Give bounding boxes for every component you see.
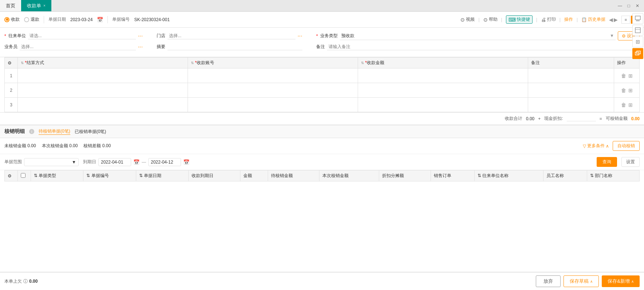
maximize-button[interactable]: □ xyxy=(626,3,632,9)
date-from-input[interactable] xyxy=(98,158,131,166)
action-help[interactable]: ⊙ 帮助 xyxy=(483,16,498,23)
save-new-chevron-icon: ∧ xyxy=(631,279,634,283)
section-title: 核销明细 xyxy=(4,128,25,135)
row3-account[interactable] xyxy=(188,98,358,112)
row2-settlement[interactable] xyxy=(18,83,188,98)
section-info-icon[interactable]: i xyxy=(29,129,34,134)
action-video[interactable]: ⊙ 视频 xyxy=(460,16,475,23)
sidebar-btn-1[interactable] xyxy=(632,13,643,24)
store-more-icon[interactable]: ··· xyxy=(298,33,302,39)
row3-delete-icon[interactable]: 🗑 xyxy=(621,102,626,108)
radio-receipt[interactable]: 收款 xyxy=(4,16,20,23)
action-print-label: 打印 xyxy=(547,16,556,23)
view-list-btn[interactable]: ≡ xyxy=(621,16,630,24)
action-operations[interactable]: 操作 xyxy=(564,16,573,23)
range-select[interactable]: ▼ xyxy=(24,158,79,166)
select-all-checkbox[interactable] xyxy=(21,173,25,178)
date-from-calendar-icon[interactable]: 📅 xyxy=(133,159,140,165)
right-sidebar xyxy=(631,12,644,60)
row2-copy-icon[interactable]: ⊞ xyxy=(628,87,633,93)
row1-settlement[interactable] xyxy=(18,68,188,83)
pending-tab-link[interactable]: 待核销单据(0笔) xyxy=(39,128,70,135)
print-icon: 🖨 xyxy=(541,17,546,23)
net-label: 可核销金额 xyxy=(606,115,628,122)
diff-stat: 核销差额 0.00 xyxy=(83,143,111,149)
close-button[interactable]: ✕ xyxy=(635,3,640,9)
row1-copy-icon[interactable]: ⊞ xyxy=(628,73,633,79)
nav-next-icon[interactable]: ▶ xyxy=(614,17,618,23)
radio-refund[interactable]: 退款 xyxy=(24,16,39,23)
discount-input[interactable] xyxy=(567,116,596,121)
date-to-calendar-icon[interactable]: 📅 xyxy=(183,159,189,165)
tab-receipt-close[interactable]: × xyxy=(43,4,46,8)
row2-account[interactable] xyxy=(188,83,358,98)
counterpart-input[interactable] xyxy=(28,32,136,39)
row3-amount[interactable] xyxy=(358,98,528,112)
save-new-button[interactable]: 保存&新增 ∧ xyxy=(602,275,640,287)
footer-stat-label: 本单上欠 xyxy=(4,278,22,285)
tab-home[interactable]: 首页 xyxy=(0,0,21,11)
summary-input[interactable] xyxy=(168,43,302,50)
btcol-checkbox-header[interactable] xyxy=(18,171,31,181)
remark-input[interactable] xyxy=(327,43,640,50)
date-value: 2023-03-24 xyxy=(70,17,93,22)
date-to-input[interactable] xyxy=(148,158,181,166)
btcol-gear-header[interactable]: ⚙ xyxy=(5,171,18,181)
completed-tab-link[interactable]: 已核销单据(0笔) xyxy=(75,129,106,135)
store-field: 门店 ··· xyxy=(157,32,302,39)
business-type-select[interactable]: 预收款 ▼ xyxy=(340,32,616,40)
btcol-amount-header: 金额 xyxy=(240,171,268,181)
action-shortcut[interactable]: ⌨ 快捷键 xyxy=(506,15,533,24)
toolbar-divider-2 xyxy=(107,16,108,23)
salesperson-more-icon[interactable]: ··· xyxy=(138,44,143,50)
row1-remark[interactable] xyxy=(528,68,614,83)
btcol-employee-header: 员工名称 xyxy=(543,171,587,181)
current-value: 0.00 xyxy=(69,143,78,148)
footer-stat-info-icon[interactable]: ⓘ xyxy=(23,278,28,285)
minimize-button[interactable]: — xyxy=(617,3,623,9)
range-field: 单据范围 ▼ xyxy=(4,158,79,166)
save-draft-button[interactable]: 保存草稿 ∧ xyxy=(564,275,599,287)
sidebar-btn-2[interactable] xyxy=(632,25,643,36)
row1-account[interactable] xyxy=(188,68,358,83)
row3-action: 🗑 ⊞ xyxy=(614,98,640,112)
auto-verify-button[interactable]: 自动核销 xyxy=(613,141,640,151)
action-video-label: 视频 xyxy=(466,16,475,23)
row3-action-icons: 🗑 ⊞ xyxy=(617,102,636,108)
row2-amount[interactable] xyxy=(358,83,528,98)
abandon-button[interactable]: 放弃 xyxy=(536,275,561,287)
row3-copy-icon[interactable]: ⊞ xyxy=(628,102,633,108)
remark-field: 备注 xyxy=(316,43,640,50)
sidebar-btn-3[interactable] xyxy=(632,36,643,47)
radio-refund-circle xyxy=(24,17,29,22)
store-input[interactable] xyxy=(168,32,295,39)
tab-receipt[interactable]: 收款单 × xyxy=(21,0,51,11)
sidebar-btn-4[interactable] xyxy=(632,48,643,59)
more-conditions-button[interactable]: ▽ 更多条件 ∧ xyxy=(583,143,609,149)
date-calendar-icon[interactable]: 📅 xyxy=(97,17,103,23)
row3-settlement[interactable] xyxy=(18,98,188,112)
action-history[interactable]: 📋 历史单据 xyxy=(581,16,605,23)
business-type-arrow-icon: ▼ xyxy=(610,33,614,38)
action-help-label: 帮助 xyxy=(489,16,498,23)
col-gear-header[interactable]: ⚙ xyxy=(5,58,18,68)
radio-receipt-label: 收款 xyxy=(11,16,20,23)
number-value: SK-20230324-001 xyxy=(134,17,169,22)
row1-delete-icon[interactable]: 🗑 xyxy=(621,73,626,79)
nav-prev-icon[interactable]: ◀ xyxy=(609,17,613,23)
btcol-type-header: ⇅ 单据类型 xyxy=(31,171,83,181)
btcol-current-header: 本次核销金额 xyxy=(319,171,379,181)
diff-label: 核销差额 xyxy=(83,143,101,148)
search-settings-button[interactable]: 设置 xyxy=(621,157,640,167)
action-print[interactable]: 🖨 打印 xyxy=(541,16,556,23)
row2-num: 2 xyxy=(5,83,18,98)
row2-remark[interactable] xyxy=(528,83,614,98)
row1-amount[interactable] xyxy=(358,68,528,83)
row3-remark[interactable] xyxy=(528,98,614,112)
salesperson-input[interactable] xyxy=(20,43,136,50)
filter-icon: ▽ xyxy=(583,144,586,149)
account-sort-icon: ⇅ xyxy=(191,61,194,65)
counterpart-more-icon[interactable]: ··· xyxy=(138,33,143,39)
query-button[interactable]: 查询 xyxy=(597,157,617,167)
row2-delete-icon[interactable]: 🗑 xyxy=(621,87,626,93)
